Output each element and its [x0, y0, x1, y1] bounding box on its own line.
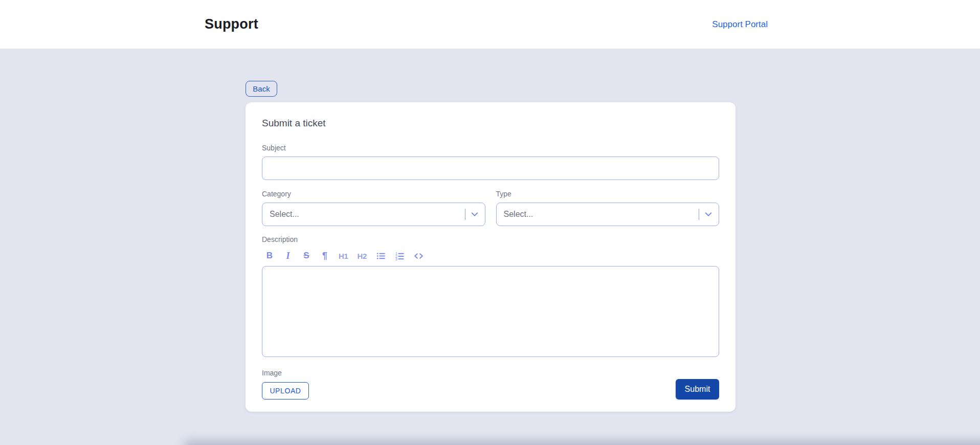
- category-select[interactable]: Select...: [262, 203, 485, 226]
- type-label: Type: [496, 190, 720, 198]
- italic-icon[interactable]: I: [282, 250, 294, 262]
- code-icon[interactable]: [413, 250, 425, 262]
- bullet-list-icon[interactable]: [375, 250, 387, 262]
- app-header: Support Support Portal: [0, 0, 980, 49]
- description-label: Description: [262, 235, 719, 243]
- chevron-down-icon[interactable]: [470, 209, 480, 219]
- card-title: Submit a ticket: [262, 118, 719, 129]
- image-label: Image: [262, 369, 309, 377]
- category-label: Category: [262, 190, 485, 198]
- support-portal-link[interactable]: Support Portal: [712, 19, 768, 30]
- submit-button[interactable]: Submit: [676, 379, 719, 399]
- heading1-icon[interactable]: H1: [338, 250, 349, 262]
- subject-label: Subject: [262, 144, 719, 152]
- type-select[interactable]: Select...: [496, 203, 720, 226]
- submit-ticket-card: Submit a ticket Subject Category Select.…: [246, 102, 736, 412]
- svg-text:3: 3: [395, 257, 397, 261]
- category-select-value: Select...: [270, 210, 299, 219]
- page-title: Support: [205, 16, 258, 32]
- category-field: Category Select...: [262, 190, 485, 226]
- bottom-window-shadow: [183, 440, 980, 445]
- heading2-icon[interactable]: H2: [357, 250, 368, 262]
- type-field: Type Select...: [496, 190, 720, 226]
- page-body: Back Submit a ticket Subject Category Se…: [0, 49, 980, 445]
- upload-button[interactable]: UPLOAD: [262, 382, 309, 399]
- description-editor[interactable]: [262, 266, 719, 357]
- description-field: Description B I S ¶ H1 H2: [262, 235, 719, 359]
- back-button[interactable]: Back: [246, 81, 277, 97]
- bold-icon[interactable]: B: [264, 250, 275, 262]
- strikethrough-icon[interactable]: S: [301, 250, 312, 262]
- select-separator: [699, 209, 699, 220]
- rich-text-toolbar: B I S ¶ H1 H2: [264, 249, 719, 262]
- select-separator: [465, 209, 465, 220]
- image-field: Image UPLOAD: [262, 369, 309, 399]
- category-type-row: Category Select... Type Select...: [262, 190, 719, 226]
- subject-field: Subject: [262, 144, 719, 180]
- type-select-value: Select...: [504, 210, 533, 219]
- paragraph-icon[interactable]: ¶: [319, 250, 330, 262]
- subject-input[interactable]: [262, 157, 719, 180]
- card-footer-row: Image UPLOAD Submit: [262, 369, 719, 399]
- ordered-list-icon[interactable]: 1 2 3: [394, 250, 406, 262]
- chevron-down-icon[interactable]: [703, 209, 714, 219]
